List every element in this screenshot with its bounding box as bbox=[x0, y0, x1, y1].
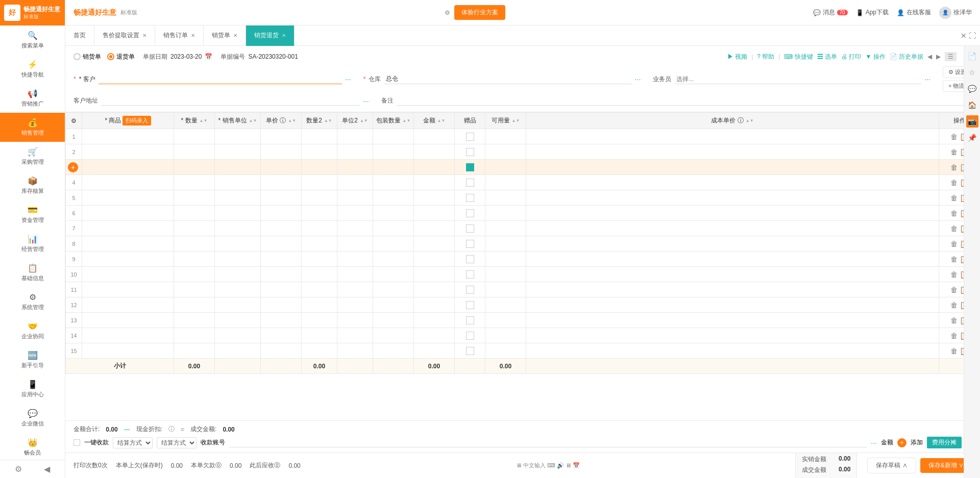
online-service-item[interactable]: 👤 在线客服 bbox=[897, 8, 931, 17]
sidebar-item-operation[interactable]: 📊 经营管理 bbox=[0, 229, 65, 258]
next-record-btn[interactable]: ▶ bbox=[936, 53, 941, 60]
row-unit-1[interactable] bbox=[215, 129, 261, 144]
tab-home[interactable]: 首页 bbox=[65, 26, 94, 46]
row-available-3[interactable] bbox=[485, 160, 526, 175]
row-product-3[interactable] bbox=[82, 160, 174, 175]
gift-checkbox-10[interactable] bbox=[466, 270, 474, 279]
row-price-3[interactable] bbox=[261, 160, 302, 175]
topbar-settings-icon[interactable]: ⚙ bbox=[445, 9, 450, 16]
fees-split-btn[interactable]: 费用分摊 bbox=[927, 437, 962, 448]
gift-checkbox-9[interactable] bbox=[466, 255, 474, 263]
row-qty2-2[interactable] bbox=[302, 144, 337, 160]
right-panel-star-icon[interactable]: ☆ bbox=[966, 66, 978, 79]
right-panel-copy-icon[interactable]: 📄 bbox=[966, 50, 978, 62]
date-picker-icon[interactable]: 📅 bbox=[205, 53, 212, 60]
row-gift-3[interactable] bbox=[455, 160, 485, 175]
delete-row-13-btn[interactable]: 🗑 bbox=[950, 316, 958, 324]
delete-row-14-btn[interactable]: 🗑 bbox=[950, 332, 958, 340]
user-item[interactable]: 👤 徐泽华 bbox=[939, 7, 972, 19]
product-input-3[interactable] bbox=[84, 164, 172, 171]
tab-close-all-btn[interactable]: ✕ bbox=[961, 32, 967, 40]
gift-checkbox-13[interactable] bbox=[466, 316, 474, 324]
tab-expand-btn[interactable]: ⛶ bbox=[969, 32, 976, 40]
delete-row-10-btn[interactable]: 🗑 bbox=[950, 270, 958, 279]
row-product-1[interactable] bbox=[82, 129, 174, 144]
row-qty-3[interactable] bbox=[174, 160, 215, 175]
shortcut-key-btn[interactable]: ⌨ 快捷键 bbox=[784, 53, 813, 61]
row-packqty-3[interactable] bbox=[373, 160, 414, 175]
row-price-1[interactable] bbox=[261, 129, 302, 144]
gift-checkbox-12[interactable] bbox=[466, 301, 474, 309]
sidebar-collapse-btn[interactable]: ◀ bbox=[44, 464, 50, 474]
unit2-sort-icon[interactable]: ▲▼ bbox=[360, 118, 368, 123]
th-gear[interactable]: ⚙ bbox=[66, 113, 82, 129]
row-qty-2[interactable] bbox=[174, 144, 215, 160]
sidebar-item-purchase[interactable]: 🛒 采购管理 bbox=[0, 142, 65, 171]
gift-checkbox-7[interactable] bbox=[466, 224, 474, 233]
address-input[interactable] bbox=[101, 96, 360, 106]
row-cost-price-1[interactable] bbox=[526, 129, 939, 144]
help-btn[interactable]: ? 帮助 bbox=[757, 53, 774, 61]
delete-row-12-btn[interactable]: 🗑 bbox=[950, 301, 958, 309]
one-key-payment-checkbox[interactable] bbox=[74, 439, 80, 446]
address-select-btn[interactable]: ··· bbox=[363, 97, 369, 105]
sidebar-item-search[interactable]: 🔍 搜索菜单 bbox=[0, 26, 65, 55]
row-unit-2[interactable] bbox=[215, 144, 261, 160]
account-input[interactable] bbox=[229, 438, 867, 447]
sidebar-item-system[interactable]: ⚙ 系统管理 bbox=[0, 287, 65, 316]
row-product-2[interactable] bbox=[82, 144, 174, 160]
sidebar-item-enterprise[interactable]: 🤝 企业协同 bbox=[0, 316, 65, 345]
message-item[interactable]: 💬 消息 70 bbox=[813, 8, 848, 17]
tab-order-close[interactable]: ✕ bbox=[191, 33, 195, 38]
right-panel-home-icon[interactable]: 🏠 bbox=[966, 99, 978, 111]
costprice-sort-icon[interactable]: ▲▼ bbox=[746, 118, 754, 123]
gift-checkbox-5[interactable] bbox=[466, 194, 474, 202]
sidebar-item-guide[interactable]: 🆕 新手引导 bbox=[0, 345, 65, 374]
staff-select-btn[interactable]: ··· bbox=[924, 75, 930, 83]
delete-row-3-btn[interactable]: 🗑 bbox=[950, 163, 958, 171]
cash-discount-info-icon[interactable]: ⓘ bbox=[168, 425, 175, 434]
plan-button[interactable]: 体验行业方案 bbox=[454, 5, 505, 20]
tab-return[interactable]: 销货退货 ✕ bbox=[246, 26, 295, 46]
delete-row-6-btn[interactable]: 🗑 bbox=[950, 209, 958, 217]
right-panel-chat-icon[interactable]: 💬 bbox=[966, 83, 978, 95]
row-amount-1[interactable] bbox=[414, 129, 455, 144]
unit-sort-icon[interactable]: ▲▼ bbox=[249, 118, 257, 123]
app-download-item[interactable]: 📱 App下载 bbox=[856, 8, 889, 17]
amount-sort-icon[interactable]: ▲▼ bbox=[437, 118, 446, 123]
row-unit-3[interactable] bbox=[215, 160, 261, 175]
tab-return-close[interactable]: ✕ bbox=[282, 33, 286, 38]
gift-checkbox-8[interactable] bbox=[466, 240, 474, 248]
delete-row-11-btn[interactable]: 🗑 bbox=[950, 286, 958, 294]
row-unit2-3[interactable] bbox=[337, 160, 373, 175]
add-payment-btn[interactable]: + bbox=[897, 438, 906, 447]
warehouse-input[interactable] bbox=[384, 74, 631, 84]
history-btn[interactable]: 📄 历史单据 bbox=[890, 53, 923, 61]
right-panel-pin-icon[interactable]: 📌 bbox=[966, 132, 978, 144]
row-unit2-1[interactable] bbox=[337, 129, 373, 144]
list-view-btn[interactable]: ☰ bbox=[945, 52, 957, 61]
delete-row-8-btn[interactable]: 🗑 bbox=[950, 240, 958, 248]
qty-sort-icon[interactable]: ▲▼ bbox=[200, 118, 208, 123]
row-available-1[interactable] bbox=[485, 129, 526, 144]
sidebar-settings-btn[interactable]: ⚙ bbox=[15, 464, 22, 474]
prev-record-btn[interactable]: ◀ bbox=[927, 53, 932, 60]
row-available-2[interactable] bbox=[485, 144, 526, 160]
delete-row-9-btn[interactable]: 🗑 bbox=[950, 255, 958, 263]
sidebar-item-member[interactable]: 👑 畅会员 bbox=[0, 433, 65, 460]
gift-checkbox-6[interactable] bbox=[466, 209, 474, 217]
qty2-sort-icon[interactable]: ▲▼ bbox=[324, 118, 332, 123]
sidebar-item-finance[interactable]: 💳 资金管理 bbox=[0, 200, 65, 229]
account-select-btn[interactable]: ··· bbox=[871, 439, 877, 447]
customer-input[interactable] bbox=[99, 74, 342, 84]
sidebar-item-marketing[interactable]: 📢 营销推广 bbox=[0, 84, 65, 113]
delete-row-15-btn[interactable]: 🗑 bbox=[950, 347, 958, 355]
price-sort-icon[interactable]: ▲▼ bbox=[288, 118, 296, 123]
sidebar-item-appstore[interactable]: 📱 应用中心 bbox=[0, 374, 65, 404]
customer-select-btn[interactable]: ··· bbox=[345, 75, 351, 83]
remark-input[interactable] bbox=[397, 96, 972, 106]
gift-checkbox-4[interactable] bbox=[466, 179, 474, 187]
delete-row-4-btn[interactable]: 🗑 bbox=[950, 179, 958, 187]
row-unit2-2[interactable] bbox=[337, 144, 373, 160]
row-amount-2[interactable] bbox=[414, 144, 455, 160]
